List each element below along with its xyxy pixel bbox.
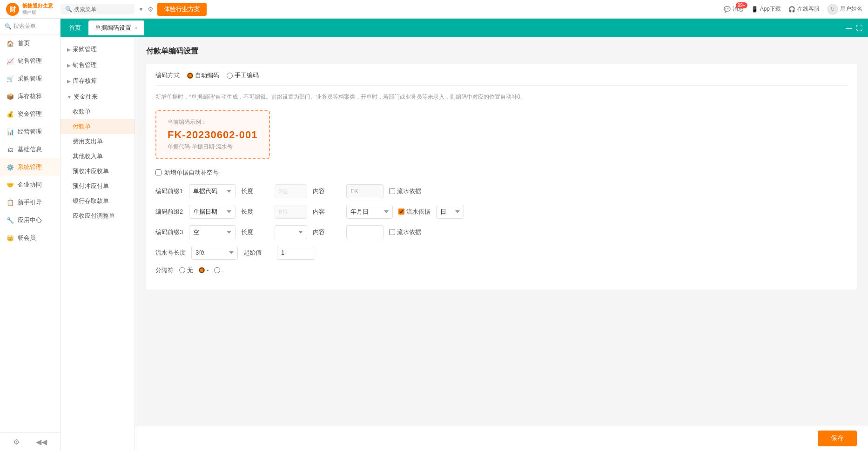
sidebar-item-cooperation[interactable]: 🤝 企业协同 xyxy=(0,176,60,194)
sep-none-radio[interactable] xyxy=(179,267,185,273)
sub-group-inventory-title[interactable]: ▶ 库存核算 xyxy=(61,74,135,88)
sidebar-item-purchase[interactable]: 🛒 采购管理 xyxy=(0,70,60,88)
sep-dash-radio[interactable] xyxy=(199,267,205,273)
search-box[interactable]: 🔍 xyxy=(61,4,135,14)
content2-select[interactable]: 年月日 xyxy=(346,205,393,219)
settings-icon[interactable]: ⚙ xyxy=(148,6,154,13)
sidebar-item-system[interactable]: ⚙️ 系统管理 xyxy=(0,158,60,176)
length3-select[interactable] xyxy=(275,225,307,239)
sub-group-capital-children: 收款单 付款单 费用支出单 其他收入单 预收冲应收单 预付冲应付单 银行存取款单… xyxy=(61,104,135,223)
sidebar-item-appcenter[interactable]: 🔧 应用中心 xyxy=(0,211,60,229)
sub-group-capital-arrow: ▼ xyxy=(67,94,72,100)
online-service-label: 在线客服 xyxy=(797,5,820,13)
tab-encoding-label: 单据编码设置 xyxy=(95,24,131,32)
online-service-btn[interactable]: 🎧 在线客服 xyxy=(788,5,820,13)
sidebar-item-home[interactable]: 🏠 首页 xyxy=(0,34,60,52)
tab-encoding[interactable]: 单据编码设置 × xyxy=(88,20,144,35)
auto-code-label: 自动编码 xyxy=(195,71,219,80)
sub-item-expense[interactable]: 费用支出单 xyxy=(61,134,135,149)
message-btn[interactable]: 💬 消息 99+ xyxy=(724,5,744,13)
sidebar-item-label: 畅会员 xyxy=(18,234,36,242)
prefix2-select[interactable]: 单据日期 xyxy=(189,205,236,219)
serial-len-row: 流水号长度 3位 起始值 xyxy=(155,246,848,260)
page-title: 付款单编码设置 xyxy=(146,47,857,56)
length1-select[interactable]: 2位 xyxy=(275,184,307,198)
sub-group-capital: ▼ 资金往来 收款单 付款单 费用支出单 其他收入单 预收冲应收单 预付冲应付单… xyxy=(61,89,135,223)
app-download-btn[interactable]: 📱 App下载 xyxy=(751,5,781,13)
sidebar-item-base[interactable]: 🗂 基础信息 xyxy=(0,141,60,158)
trial-button[interactable]: 体验行业方案 xyxy=(157,3,207,16)
sep-dash-option[interactable]: - xyxy=(199,267,209,274)
tab-expand-btn[interactable]: ⛶ xyxy=(856,24,862,32)
search-input[interactable] xyxy=(74,6,130,13)
prefix1-select[interactable]: 单据代码 xyxy=(189,184,236,198)
auto-fill-checkbox[interactable] xyxy=(155,169,161,175)
sidebar-item-member[interactable]: 👑 畅会员 xyxy=(0,229,60,247)
content3-input[interactable] xyxy=(346,225,384,239)
sub-item-receipt[interactable]: 收款单 xyxy=(61,104,135,119)
save-button[interactable]: 保存 xyxy=(818,431,857,446)
serial-len-select[interactable]: 3位 xyxy=(191,246,238,260)
sub-sidebar: ▶ 采购管理 ▶ 销售管理 ▶ 库存核算 xyxy=(61,37,135,451)
dropdown-icon[interactable]: ▼ xyxy=(138,6,144,13)
serial1-check: 流水依据 xyxy=(389,187,421,195)
sales-icon: 📈 xyxy=(7,57,14,65)
user-info[interactable]: U 用户姓名 xyxy=(827,4,862,15)
sidebar-item-label: 系统管理 xyxy=(18,163,42,171)
sidebar-item-inventory[interactable]: 📦 库存核算 xyxy=(0,88,60,105)
sub-item-prepay-pay[interactable]: 预付冲应付单 xyxy=(61,179,135,194)
sep-none-option[interactable]: 无 xyxy=(179,266,193,275)
settings-bottom-icon[interactable]: ⚙ xyxy=(13,438,20,446)
sidebar-item-label: 基础信息 xyxy=(18,145,42,154)
sidebar-item-finance[interactable]: 💰 资金管理 xyxy=(0,105,60,123)
preview-value: FK-20230602-001 xyxy=(168,129,258,141)
serial2-check: 流水依据 xyxy=(398,208,431,216)
manual-code-radio[interactable] xyxy=(227,73,233,79)
auto-fill-label: 新增单据自动补空号 xyxy=(164,168,219,177)
online-service-icon: 🎧 xyxy=(788,6,795,13)
sidebar-item-label: 资金管理 xyxy=(18,110,42,118)
main-content: 付款单编码设置 编码方式 自动编码 xyxy=(135,37,868,425)
radio-group: 自动编码 手工编码 xyxy=(187,71,259,80)
sidebar-search[interactable]: 🔍 搜索菜单 xyxy=(0,19,60,34)
sub-group-purchase-title[interactable]: ▶ 采购管理 xyxy=(61,42,135,57)
serial1-checkbox[interactable] xyxy=(389,188,395,194)
sub-group-sales-title[interactable]: ▶ 销售管理 xyxy=(61,58,135,73)
sep-dot-radio[interactable] xyxy=(214,267,220,273)
sub-item-bank[interactable]: 银行存取款单 xyxy=(61,194,135,209)
serial2-unit-select[interactable]: 日 xyxy=(436,205,464,219)
encoding-method-label: 编码方式 xyxy=(155,71,180,80)
serial2-checkbox[interactable] xyxy=(398,209,404,215)
length2-select[interactable]: 8位 xyxy=(275,205,307,219)
start-val-input[interactable] xyxy=(277,246,314,260)
sub-item-other-income[interactable]: 其他收入单 xyxy=(61,149,135,164)
logo-icon: 财 xyxy=(6,2,20,16)
app-subtitle: 插件版 xyxy=(22,9,53,16)
sep-dot-option[interactable]: . xyxy=(214,267,224,274)
tab-actions: — ⛶ xyxy=(846,24,866,32)
search-icon: 🔍 xyxy=(65,6,72,13)
auto-fill-row: 新增单据自动补空号 xyxy=(155,168,848,177)
main-content-area: 付款单编码设置 编码方式 自动编码 xyxy=(135,37,868,451)
prefix3-select[interactable]: 空 xyxy=(189,225,236,239)
sidebar-search-icon: 🔍 xyxy=(5,23,12,30)
tab-minimize-btn[interactable]: — xyxy=(846,24,852,32)
sidebar-item-guide[interactable]: 📋 新手引导 xyxy=(0,194,60,211)
prefix2-label: 编码前缀2 xyxy=(155,208,183,216)
sub-group-purchase-label: 采购管理 xyxy=(73,45,97,54)
sub-item-prepay-recv[interactable]: 预收冲应收单 xyxy=(61,164,135,179)
sub-item-arap-adjust[interactable]: 应收应付调整单 xyxy=(61,209,135,223)
auto-code-option[interactable]: 自动编码 xyxy=(187,71,219,80)
content-wrap: ▶ 采购管理 ▶ 销售管理 ▶ 库存核算 xyxy=(61,37,868,451)
tab-close-icon[interactable]: × xyxy=(135,26,138,31)
sidebar-item-operations[interactable]: 📊 经营管理 xyxy=(0,123,60,141)
auto-code-radio[interactable] xyxy=(187,73,193,79)
tab-home[interactable]: 首页 xyxy=(62,20,87,35)
sidebar-item-sales[interactable]: 📈 销售管理 xyxy=(0,52,60,70)
sub-group-capital-title[interactable]: ▼ 资金往来 xyxy=(61,89,135,104)
sub-item-payment[interactable]: 付款单 xyxy=(61,119,135,134)
serial2-label: 流水依据 xyxy=(406,208,431,216)
manual-code-option[interactable]: 手工编码 xyxy=(227,71,259,80)
serial3-checkbox[interactable] xyxy=(389,229,395,235)
collapse-icon[interactable]: ◀◀ xyxy=(36,438,47,446)
